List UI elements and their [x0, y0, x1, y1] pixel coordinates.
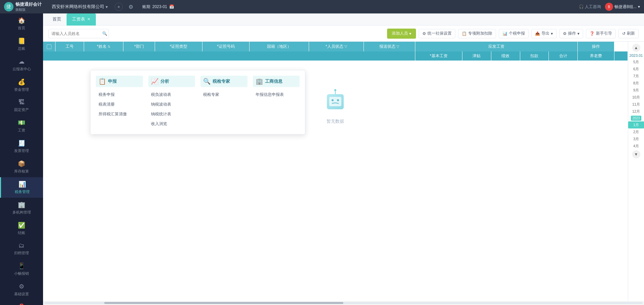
sidebar-label-cloud_report: 云报表中心 — [12, 67, 31, 72]
logo-area: 捷 畅捷通好会计 旗舰版 — [4, 1, 44, 12]
scrollbar-track[interactable] — [44, 302, 643, 304]
dropdown-item-tax_stats[interactable]: 纳税统计表 — [148, 109, 195, 119]
sidebar-item-fixed_assets[interactable]: 🏗 固定资产 — [0, 96, 43, 116]
sidebar-item-tax_mgmt[interactable]: 📊 税务管理 — [0, 177, 43, 198]
table-area-wrapper: 工号 *姓名 ⇅ *部门 *证照类型 *证照号码 国籍（地区） *人员状态 ▽ … — [43, 42, 644, 301]
th-report-status[interactable]: 报送状态 ▽ — [364, 42, 415, 51]
timeline-month-7月[interactable]: 7月 — [628, 73, 644, 80]
sidebar-item-mini_report[interactable]: 📱 小畅报销 — [0, 259, 43, 279]
top-header: 捷 畅捷通好会计 旗舰版 西安虾米网络科技有限公司 ▾ + ⚙ 账期 2023-… — [0, 0, 644, 13]
add-person-label: 添加人员 — [392, 31, 408, 36]
scrollbar-thumb[interactable] — [104, 302, 344, 304]
timeline-month-12月[interactable]: 12月 — [628, 108, 644, 115]
th-checkbox[interactable] — [43, 42, 55, 51]
tab-salary[interactable]: 工资表 ✕ — [67, 13, 96, 26]
sidebar-item-basic_settings[interactable]: ⚙ 基础设置 — [0, 279, 43, 300]
dropdown-section-analysis: 📈分析税负波动表纳税波动表纳税统计表收入浏览 — [148, 76, 195, 129]
sidebar-item-fund[interactable]: 💰 资金管理 — [0, 75, 43, 96]
timeline-month-6月[interactable]: 6月 — [628, 66, 644, 73]
app-title: 畅捷通好会计 — [15, 1, 42, 7]
timeline-month-3月[interactable]: 3月 — [628, 136, 644, 143]
search-input[interactable] — [48, 29, 109, 38]
th-actions: 操作 — [578, 42, 614, 51]
sidebar-icon-inventory: 📦 — [18, 160, 25, 167]
timeline-month-9月[interactable]: 9月 — [628, 87, 644, 94]
sidebar-icon-fund: 💰 — [18, 78, 25, 86]
sidebar-item-home[interactable]: 🏠 首页 — [0, 13, 43, 34]
th-payroll-group: 应发工资 — [415, 42, 578, 51]
empty-text: 暂无数据 — [327, 118, 344, 124]
dropdown-item-tax_report[interactable]: 税务申报 — [96, 90, 143, 100]
select-all-checkbox[interactable] — [47, 44, 51, 49]
user-info[interactable]: B 畅捷通B组... ▾ — [605, 3, 640, 11]
timeline-month-10月[interactable]: 10月 — [628, 94, 644, 101]
refresh-button[interactable]: ↺ 刷新 — [618, 29, 639, 38]
dropdown-item-tax_expert_item[interactable]: 税检专家 — [200, 90, 248, 100]
sidebar-label-mini_report: 小畅报销 — [14, 271, 29, 276]
table-wrapper[interactable]: 工号 *姓名 ⇅ *部门 *证照类型 *证照号码 国籍（地区） *人员状态 ▽ … — [43, 42, 628, 301]
dropdown-item-income_tax_calc[interactable]: 所得税汇算清缴 — [96, 109, 143, 119]
timeline-month-2月[interactable]: 2月 — [628, 128, 644, 136]
guide-button[interactable]: ❓ 新手引导 — [586, 29, 616, 38]
timeline-down-button[interactable]: ▼ — [632, 150, 640, 158]
th-id-no: *证照号码 — [202, 42, 249, 51]
timeline-month-4月[interactable]: 4月 — [628, 143, 644, 150]
deduct-label: 专项附加扣除 — [468, 31, 492, 36]
company-selector[interactable]: 西安虾米网络科技有限公司 ▾ — [52, 4, 108, 10]
headset-icon: 🎧 — [579, 4, 584, 9]
help-label: 人工咨询 — [585, 4, 601, 10]
sidebar-item-archive[interactable]: 🗂 归档管理 — [0, 239, 43, 259]
sidebar-item-inventory[interactable]: 📦 库存核算 — [0, 157, 43, 177]
social-settings-button[interactable]: ⚙ 统一社保设置 — [419, 29, 455, 38]
help-button[interactable]: 🎧 人工咨询 — [579, 4, 601, 10]
add-person-chevron-icon: ▾ — [409, 31, 411, 36]
sidebar-icon-fixed_assets: 🏗 — [18, 99, 25, 106]
dropdown-item-tax_fluctuation[interactable]: 纳税波动表 — [148, 100, 195, 109]
add-person-button[interactable]: 添加人员 ▾ — [387, 29, 416, 39]
tab-home[interactable]: 首页 — [47, 13, 67, 26]
add-company-button[interactable]: + — [115, 3, 123, 11]
guide-icon: ❓ — [590, 31, 595, 36]
deduct-icon: 📋 — [462, 31, 467, 36]
section-label-analysis: 分析 — [160, 78, 169, 84]
dropdown-menu: 📋申报税务申报税表清册所得税汇算清缴📈分析税负波动表纳税波动表纳税统计表收入浏览… — [90, 70, 305, 135]
dropdown-item-tax_burden_table[interactable]: 税负波动表 — [148, 90, 195, 100]
search-icon: 🔍 — [102, 31, 107, 36]
sidebar-item-multi_org[interactable]: 🏢 多机构管理 — [0, 198, 43, 218]
settings-icon[interactable]: ⚙ — [127, 3, 135, 11]
sidebar-label-checkout: 结账 — [18, 230, 25, 235]
sidebar-icon-mini_report: 📱 — [18, 262, 25, 270]
th-name[interactable]: *姓名 ⇅ — [84, 42, 123, 51]
th-status[interactable]: *人员状态 ▽ — [309, 42, 364, 51]
user-avatar: B — [605, 3, 613, 11]
app-edition: 旗舰版 — [15, 7, 42, 12]
bottom-scrollbar[interactable] — [43, 301, 644, 305]
th-subsidy: 津贴 — [462, 51, 491, 61]
export-button[interactable]: 📤 导出 ▾ — [531, 29, 557, 38]
sidebar-item-cloud_report[interactable]: ☁ 云报表中心 — [0, 54, 43, 75]
company-chevron-icon: ▾ — [106, 4, 108, 9]
sidebar-item-checkout[interactable]: ✅ 结账 — [0, 218, 43, 239]
timeline-month-11月[interactable]: 11月 — [628, 101, 644, 108]
dropdown-item-income_browser[interactable]: 收入浏览 — [148, 119, 195, 129]
avatar-char: B — [608, 5, 610, 9]
calendar-icon[interactable]: 📅 — [169, 4, 174, 9]
sidebar-item-invoice[interactable]: 🧾 发票管理 — [0, 136, 43, 157]
sidebar-item-new_guide[interactable]: ❓ 新手引导 — [0, 300, 43, 305]
sidebar-item-ledger[interactable]: 📒 总账 — [0, 34, 43, 54]
timeline-year-badge: 2023 — [631, 116, 641, 121]
timeline-month-5月[interactable]: 5月 — [628, 59, 644, 66]
operate-label: 操作 — [568, 31, 576, 36]
tax-report-button[interactable]: 📊 个税申报 — [499, 29, 529, 38]
timeline-month-1月[interactable]: 1月 — [628, 121, 644, 128]
deduct-button[interactable]: 📋 专项附加扣除 — [458, 29, 496, 38]
dropdown-item-tax_form[interactable]: 税表清册 — [96, 100, 143, 109]
dropdown-item-annual_report[interactable]: 年报信息申报表 — [253, 90, 300, 100]
sidebar-item-salary[interactable]: 💵 工资 — [0, 116, 43, 136]
tab-close-icon[interactable]: ✕ — [87, 17, 90, 22]
operate-button[interactable]: ⚙ 操作 ▾ — [559, 29, 583, 38]
timeline-month-8月[interactable]: 8月 — [628, 80, 644, 87]
timeline-up-button[interactable]: ▲ — [632, 44, 640, 52]
dropdown-section-header-declaration: 📋申报 — [96, 76, 143, 87]
operate-chevron-icon: ▾ — [577, 31, 579, 36]
